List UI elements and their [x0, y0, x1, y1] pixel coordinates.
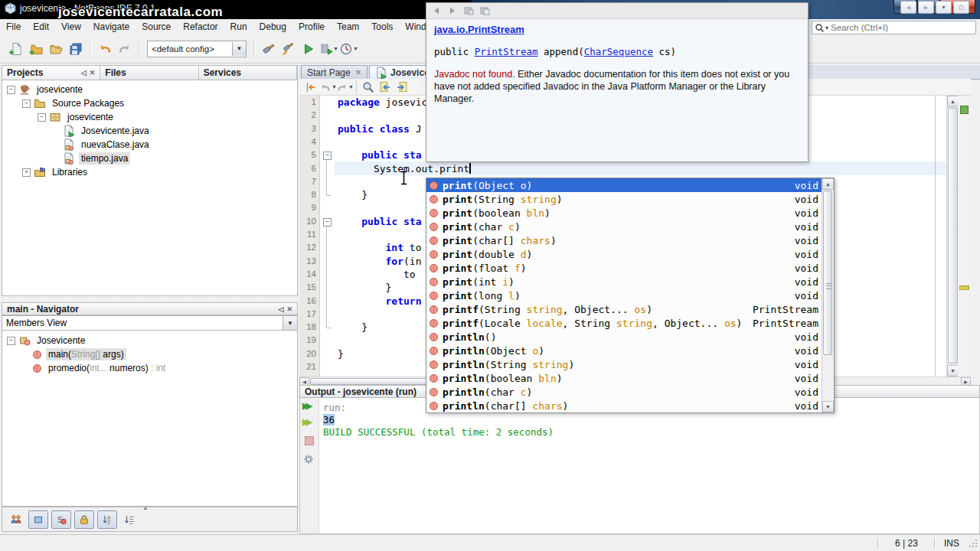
maximize-editor-icon[interactable]: ▢ [953, 1, 969, 14]
panel-tab-services[interactable]: Services [199, 66, 297, 80]
collapse-icon[interactable]: − [38, 113, 46, 122]
forward-button[interactable]: ▾ [336, 80, 353, 95]
combo-arrow-icon[interactable]: ▼ [283, 316, 297, 330]
new-file-button[interactable] [6, 39, 26, 59]
scroll-tabs-left-icon[interactable]: ◀ [900, 1, 916, 14]
menu-refactor[interactable]: Refactor [177, 21, 224, 32]
menu-team[interactable]: Team [331, 21, 365, 32]
dropdown-arrow-icon[interactable]: ▾ [354, 45, 357, 52]
tree-item-tiempo-java[interactable]: tiempo.java [2, 152, 297, 165]
rerun-with-args-icon[interactable]: ▶▶ [302, 417, 309, 427]
panel-tab-files[interactable]: Files [100, 66, 198, 80]
menu-run[interactable]: Run [224, 21, 253, 32]
javadoc-forward-icon[interactable] [446, 5, 459, 17]
tab-list-dropdown-icon[interactable]: ▼ [936, 1, 952, 14]
back-button[interactable]: ▾ [319, 80, 336, 95]
members-view-combo[interactable]: Members View ▼ [2, 315, 298, 331]
editor-tab-start-page[interactable]: Start Page✕ [301, 65, 368, 79]
menu-view[interactable]: View [55, 21, 87, 32]
sort-by-source-button[interactable] [120, 511, 139, 528]
close-panel-icon[interactable]: ✕ [286, 305, 292, 313]
navigator-item[interactable]: main(String[] args) [2, 347, 297, 361]
completion-item[interactable]: println()void [426, 330, 834, 344]
completion-item[interactable]: println(boolean bln)void [426, 371, 834, 385]
scroll-down-icon[interactable]: ▼ [947, 365, 959, 377]
menu-file[interactable]: File [0, 21, 27, 32]
completion-item[interactable]: print(int i)void [426, 275, 834, 289]
completion-item[interactable]: println(char c)void [426, 385, 834, 399]
completion-item[interactable]: print(double d)void [426, 247, 834, 261]
find-prev-button[interactable] [377, 80, 394, 95]
menu-navigate[interactable]: Navigate [87, 21, 136, 32]
menu-profile[interactable]: Profile [292, 21, 331, 32]
profile-button[interactable]: ▾ [338, 39, 358, 59]
undo-button[interactable] [95, 39, 115, 59]
warning-mark[interactable] [959, 285, 969, 290]
redo-button[interactable] [115, 39, 135, 59]
run-config-combo[interactable]: <default config>▼ [147, 41, 247, 57]
search-input[interactable]: ▾ Search (Ctrl+I) [812, 21, 976, 34]
completion-item[interactable]: print(char[] chars)void [426, 233, 834, 247]
show-in-browser-icon[interactable] [462, 5, 475, 17]
completion-item[interactable]: printf(Locale locale, String string, Obj… [426, 316, 834, 330]
navigator-item[interactable]: −Josevicente [2, 334, 297, 347]
completion-item[interactable]: print(boolean bln)void [426, 206, 834, 220]
completion-item[interactable]: println(Object o)void [426, 344, 834, 357]
completion-item[interactable]: print(Object o)void [426, 178, 834, 192]
javadoc-back-icon[interactable] [430, 5, 443, 17]
expand-icon[interactable]: + [22, 168, 31, 177]
dropdown-arrow-icon[interactable]: ▾ [332, 83, 335, 90]
combo-arrow-icon[interactable]: ▼ [232, 42, 246, 56]
search-dropdown-icon[interactable]: ▾ [825, 24, 828, 31]
tree-item-josevicente[interactable]: −josevicente [2, 83, 297, 96]
dropdown-arrow-icon[interactable]: ▾ [334, 45, 337, 52]
navigator-item[interactable]: promedio(int... numeros) : int [2, 361, 297, 375]
menu-source[interactable]: Source [136, 21, 177, 32]
save-all-button[interactable] [66, 39, 86, 59]
completion-item[interactable]: println(String string)void [426, 357, 834, 371]
code-line[interactable]: System.out.print [335, 162, 946, 175]
find-next-button[interactable] [394, 80, 410, 95]
completion-item[interactable]: printf(String string, Object... os)Print… [426, 302, 834, 316]
clean-build-button[interactable] [279, 39, 299, 59]
menu-debug[interactable]: Debug [253, 21, 292, 32]
splitter-collapse-icon[interactable]: ▲ [142, 504, 149, 511]
debug-button[interactable]: ▾ [318, 39, 338, 59]
javadoc-class-link[interactable]: java.io.PrintStream [434, 24, 524, 35]
tree-item-josevicente-java[interactable]: Josevicente.java [2, 124, 297, 138]
editor-vertical-scrollbar[interactable]: ▲ ▼ [946, 96, 959, 377]
show-inherited-button[interactable] [7, 511, 25, 528]
float-window-icon[interactable]: ◁ [81, 69, 87, 77]
close-panel-icon[interactable]: ✕ [90, 69, 96, 77]
collapse-icon[interactable]: − [7, 337, 15, 345]
scroll-down-icon[interactable]: ▼ [822, 401, 834, 412]
run-button[interactable] [299, 39, 318, 59]
scrollbar-thumb[interactable] [823, 191, 832, 355]
tree-item-source-packages[interactable]: −Source Packages [2, 96, 297, 110]
scroll-up-icon[interactable]: ▲ [822, 178, 834, 190]
completion-scrollbar[interactable]: ▲ ▼ [822, 178, 834, 412]
tree-item-libraries[interactable]: +Libraries [2, 165, 297, 179]
rerun-icon[interactable]: ▶▶ [302, 401, 309, 411]
scroll-tabs-right-icon[interactable]: ▶ [918, 1, 934, 14]
find-selection-button[interactable] [360, 80, 377, 95]
panel-tab-projects[interactable]: Projects◁✕ [2, 66, 100, 80]
show-non-public-button[interactable] [74, 510, 94, 529]
float-window-icon[interactable]: ◁ [279, 305, 284, 313]
completion-item[interactable]: print(long l)void [426, 289, 834, 302]
last-edit-button[interactable] [302, 80, 319, 95]
show-fields-button[interactable] [28, 510, 48, 529]
menu-edit[interactable]: Edit [27, 21, 55, 32]
new-project-button[interactable] [26, 39, 46, 59]
scrollbar-thumb[interactable] [948, 108, 958, 364]
open-project-button[interactable] [46, 39, 66, 59]
close-tab-icon[interactable]: ✕ [355, 68, 361, 77]
completion-item[interactable]: print(char c)void [426, 220, 834, 233]
completion-item[interactable]: print(String string)void [426, 192, 834, 206]
tree-item-josevicente[interactable]: −josevicente [2, 110, 297, 124]
tree-item-nuevaclase-java[interactable]: nuevaClase.java [2, 138, 297, 152]
dropdown-arrow-icon[interactable]: ▾ [349, 83, 352, 90]
collapse-icon[interactable]: − [7, 86, 15, 94]
copy-doc-icon[interactable] [478, 5, 492, 17]
build-button[interactable] [259, 39, 279, 59]
